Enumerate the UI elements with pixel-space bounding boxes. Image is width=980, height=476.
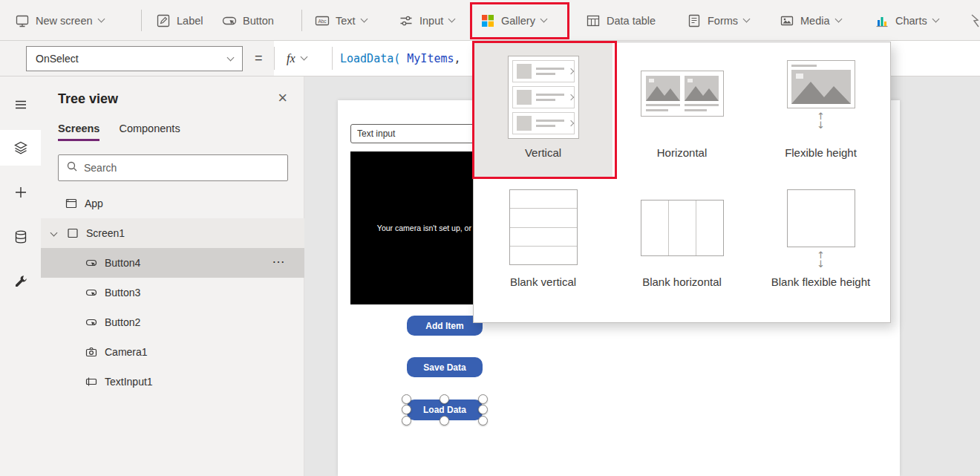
flexible-height-thumbnail: ↑↓ (787, 60, 855, 130)
chevron-down-icon (360, 16, 368, 23)
tree-item-button4[interactable]: Button4 … (41, 248, 304, 278)
toolbar-item-text: Forms (708, 15, 738, 27)
tree-item-label: TextInput1 (105, 376, 153, 388)
toolbar-item-data-table[interactable]: Data table (586, 0, 656, 41)
search-icon (66, 160, 78, 175)
gallery-option-label: Flexible height (751, 146, 890, 160)
resize-arrows-icon: ↑↓ (817, 112, 825, 130)
toolbar-item-button[interactable]: Button (222, 0, 274, 41)
gallery-option-label: Blank horizontal (612, 275, 751, 289)
advanced-tools-icon[interactable] (0, 264, 41, 299)
toolbar-item-media[interactable]: Media (780, 0, 841, 41)
gallery-option-label: Horizontal (612, 146, 751, 160)
toolbar-item-text: Charts (895, 15, 927, 27)
charts-bar-icon (875, 13, 889, 28)
chevron-down-icon (834, 16, 842, 23)
gallery-option-blank-vertical[interactable]: Blank vertical (474, 179, 612, 324)
fx-label: fx (287, 52, 295, 65)
add-item-button[interactable]: Add Item (407, 316, 483, 336)
resize-handle-top-middle[interactable] (440, 394, 449, 404)
gallery-option-flexible-height[interactable]: ↑↓ Flexible height (751, 42, 890, 179)
button-icon (85, 257, 97, 269)
toolbar-item-charts[interactable]: Charts (875, 0, 938, 41)
tree-item-button3[interactable]: Button3 (41, 278, 304, 307)
insert-plus-icon[interactable] (0, 175, 41, 210)
new-screen-icon (15, 13, 30, 28)
gallery-option-label: Blank vertical (474, 275, 612, 289)
resize-arrows-icon: ↑↓ (817, 251, 825, 269)
toolbar-item-label: New screen (36, 15, 93, 27)
toolbar-item-label[interactable]: Label (156, 0, 203, 41)
abc-glyph: Abc (318, 18, 327, 23)
tree-view-icon[interactable] (0, 130, 41, 166)
data-table-icon (586, 13, 601, 28)
toolbar-item-new-screen[interactable]: New screen (15, 0, 104, 41)
powerapps-studio-window: New screen Label Button Abc Text Input G… (0, 0, 980, 476)
gallery-grid-icon (480, 13, 495, 28)
resize-handle-bottom-left[interactable] (402, 416, 411, 426)
tree-panel-tabs: Screens Components (58, 123, 180, 141)
toolbar-item-text: Label (177, 15, 203, 27)
toolbar-divider (301, 10, 302, 31)
formula-input[interactable]: LoadData( MyItems, (340, 41, 461, 76)
tree-item-camera1[interactable]: Camera1 (41, 337, 304, 367)
resize-handle-bottom-middle[interactable] (440, 416, 449, 426)
close-icon[interactable]: × (278, 90, 287, 106)
toolbar-partial-icon[interactable] (970, 0, 980, 41)
toolbar-item-input[interactable]: Input (399, 0, 454, 41)
toolbar-item-text: Data table (607, 15, 656, 27)
tree-item-label: Button3 (105, 287, 140, 299)
gallery-option-label: Vertical (474, 146, 612, 160)
resize-handle-bottom-right[interactable] (478, 416, 488, 426)
blank-vertical-thumbnail (509, 189, 578, 265)
chevron-down-icon[interactable] (50, 229, 58, 237)
toolbar-item-gallery[interactable]: Gallery (480, 0, 546, 41)
search-box (58, 154, 288, 181)
tree-item-textinput1[interactable]: TextInput1 (41, 367, 304, 397)
forms-icon (687, 13, 702, 28)
toolbar-item-forms[interactable]: Forms (687, 0, 749, 41)
button-icon (85, 287, 97, 299)
gallery-option-blank-flexible-height[interactable]: ↑↓ Blank flexible height (751, 179, 890, 324)
save-data-button[interactable]: Save Data (407, 357, 483, 377)
input-sliders-icon (399, 13, 414, 28)
formula-punctuation: , (454, 52, 461, 65)
tree-item-label: Button2 (105, 316, 140, 328)
tree-item-button2[interactable]: Button2 (41, 307, 304, 337)
screen-icon (67, 227, 79, 239)
tab-screens[interactable]: Screens (58, 123, 99, 141)
gallery-option-vertical[interactable]: Vertical (474, 42, 612, 179)
toolbar-item-text: Media (800, 15, 830, 27)
gallery-option-blank-horizontal[interactable]: Blank horizontal (612, 179, 751, 324)
property-selector[interactable]: OnSelect (26, 46, 243, 71)
formula-identifier: MyItems (400, 52, 454, 65)
label-icon (156, 13, 171, 28)
search-input[interactable] (84, 162, 280, 174)
panel-title: Tree view (58, 91, 118, 107)
resize-handle-middle-right[interactable] (478, 405, 488, 414)
button-icon (222, 13, 237, 28)
hamburger-menu-icon[interactable] (0, 87, 41, 123)
tree-view-panel: Tree view × Screens Components App Scree… (41, 76, 304, 476)
insert-toolbar: New screen Label Button Abc Text Input G… (0, 0, 980, 41)
text-abc-icon: Abc (315, 13, 330, 28)
blank-horizontal-thumbnail (641, 200, 724, 256)
tab-components[interactable]: Components (119, 123, 180, 141)
textinput-icon (85, 376, 97, 388)
tree-item-screen1[interactable]: Screen1 (41, 218, 304, 248)
tree-item-label: Screen1 (86, 227, 125, 239)
more-options-icon[interactable]: … (272, 251, 287, 267)
button-icon (85, 316, 97, 328)
gallery-flyout-menu: Vertical Horizontal ↑↓ Flexible height B… (473, 42, 891, 323)
fx-dropdown[interactable]: fx (287, 41, 307, 76)
resize-handle-top-right[interactable] (478, 394, 488, 404)
gallery-option-label: Blank flexible height (751, 275, 890, 289)
gallery-option-horizontal[interactable]: Horizontal (612, 42, 751, 179)
vertical-gallery-thumbnail (508, 56, 579, 139)
data-sources-icon[interactable] (0, 219, 41, 255)
resize-handle-top-left[interactable] (402, 394, 411, 404)
horizontal-gallery-thumbnail (641, 71, 724, 117)
resize-handle-middle-left[interactable] (402, 405, 411, 414)
toolbar-item-text[interactable]: Abc Text (315, 0, 367, 41)
tree-item-app[interactable]: App (41, 189, 304, 218)
